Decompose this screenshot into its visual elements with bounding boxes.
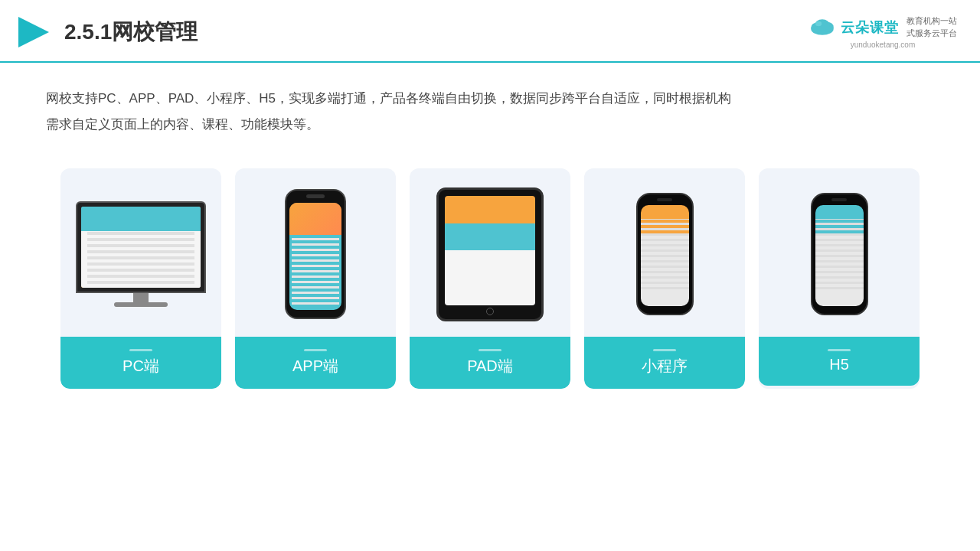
- h5-mockup: [811, 193, 868, 315]
- card-h5-label: H5: [759, 337, 920, 386]
- card-miniprogram-label: 小程序: [584, 337, 745, 389]
- header: 2.5.1网校管理 云朵课堂 教育机构一站 式服务云平台 yunduoketan…: [0, 0, 980, 63]
- card-pad: PAD端: [410, 168, 570, 389]
- card-app: APP端: [235, 168, 396, 389]
- card-pad-image: [410, 168, 570, 337]
- svg-marker-0: [18, 17, 49, 47]
- card-app-image: [235, 168, 396, 337]
- miniprogram-mockup: [636, 193, 694, 315]
- card-pc-image: [60, 168, 221, 337]
- logo-tagline2: 式服务云平台: [906, 28, 957, 39]
- description-text: 网校支持PC、APP、PAD、小程序、H5，实现多端打通，产品各终端自由切换，数…: [0, 63, 980, 153]
- logo-area: 云朵课堂 教育机构一站 式服务云平台 yunduoketang.com: [808, 15, 957, 49]
- svg-point-5: [815, 21, 822, 26]
- logo-url: yunduoketang.com: [851, 41, 916, 49]
- description-line2: 需求自定义页面上的内容、课程、功能模块等。: [46, 117, 319, 132]
- app-mockup: [285, 189, 346, 319]
- pad-mockup: [436, 187, 544, 321]
- card-pad-label: PAD端: [410, 337, 570, 389]
- card-miniprogram-image: [584, 168, 745, 337]
- card-pc: PC端: [60, 168, 221, 389]
- play-icon: [15, 14, 52, 51]
- pc-mockup: [76, 201, 206, 307]
- header-left: 2.5.1网校管理: [15, 14, 198, 51]
- logo-tagline: 教育机构一站: [906, 15, 957, 27]
- card-h5-image: [759, 168, 920, 337]
- card-app-label: APP端: [235, 337, 396, 389]
- description-line1: 网校支持PC、APP、PAD、小程序、H5，实现多端打通，产品各终端自由切换，数…: [46, 91, 731, 106]
- card-h5: H5: [759, 168, 920, 389]
- page-title: 2.5.1网校管理: [64, 18, 198, 47]
- logo-cloud: 云朵课堂 教育机构一站 式服务云平台: [808, 15, 957, 39]
- logo-text: 云朵课堂: [841, 18, 899, 37]
- card-pc-label: PC端: [60, 337, 221, 389]
- cards-container: PC端 APP端 P: [0, 153, 980, 412]
- cloud-logo-icon: [808, 17, 836, 38]
- card-miniprogram: 小程序: [584, 168, 745, 389]
